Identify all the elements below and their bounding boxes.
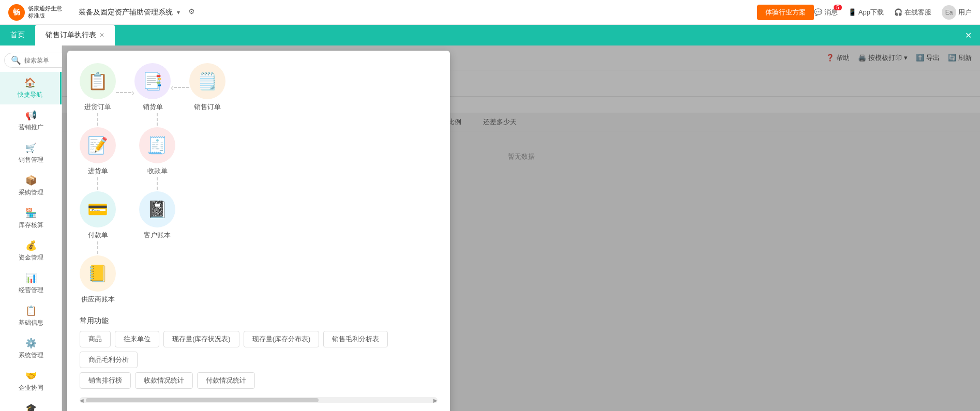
sales-icon: 🛒 bbox=[25, 142, 37, 154]
flow-item-purchase-bill[interactable]: 📝 进货单 bbox=[80, 127, 116, 176]
sidebar-item-label: 系统管理 bbox=[19, 351, 43, 360]
sidebar-item-label: 销售管理 bbox=[19, 156, 43, 164]
h-arrow-1: › bbox=[116, 74, 134, 111]
btn-sales-ranking[interactable]: 销售排行榜 bbox=[80, 372, 131, 389]
main-layout: 🔍 🏠 快捷导航 📢 营销推广 🛒 销售管理 📦 采购管理 🏪 库存核算 💰 资… bbox=[0, 45, 980, 411]
scroll-left-button[interactable]: ◀ bbox=[80, 398, 84, 403]
app-download-button[interactable]: 📱 App下载 bbox=[848, 8, 884, 17]
btn-sales-profit-analysis[interactable]: 销售毛利分析表 bbox=[323, 331, 388, 347]
purchase-order-circle: 📋 bbox=[80, 63, 116, 99]
purchase-order-label: 进货订单 bbox=[84, 102, 111, 112]
sales-bill-circle: 📑 bbox=[134, 63, 171, 99]
common-buttons-row-2: 销售排行榜 收款情况统计 付款情况统计 bbox=[80, 372, 438, 389]
sidebar-item-finance[interactable]: 💰 资金管理 bbox=[0, 235, 62, 267]
common-functions-title: 常用功能 bbox=[80, 316, 438, 326]
supplier-account-label: 供应商账本 bbox=[81, 295, 115, 304]
flow-item-sales-order[interactable]: 🗒️ 销售订单 bbox=[189, 63, 225, 112]
receipt-bill-circle: 🧾 bbox=[139, 127, 175, 163]
search-icon: 🔍 bbox=[11, 55, 21, 65]
supplier-account-circle: 📒 bbox=[80, 255, 116, 292]
sidebar-item-system[interactable]: ⚙️ 系统管理 bbox=[0, 332, 62, 365]
popup-scrollbar[interactable]: ◀ ▶ bbox=[80, 397, 438, 403]
tab-home[interactable]: 首页 bbox=[0, 25, 35, 45]
flow-item-supplier-account[interactable]: 📒 供应商账本 bbox=[80, 255, 116, 304]
operations-icon: 📊 bbox=[25, 272, 37, 284]
system-dropdown-button[interactable]: ▾ bbox=[177, 9, 180, 16]
online-service-button[interactable]: 🎧 在线客服 bbox=[894, 8, 931, 17]
popup-overlay[interactable]: 📋 进货订单 📝 进货单 bbox=[62, 45, 980, 411]
tab-close-icon[interactable]: ✕ bbox=[99, 32, 104, 39]
sidebar-item-label: 采购管理 bbox=[19, 188, 43, 197]
close-all-tabs-icon[interactable]: ✕ bbox=[965, 31, 972, 40]
user-menu-button[interactable]: Ea 用户 bbox=[942, 5, 972, 20]
scrollbar-thumb[interactable] bbox=[86, 398, 319, 402]
finance-icon: 💰 bbox=[25, 240, 37, 251]
sales-order-tab-label: 销售订单执行表 bbox=[46, 31, 96, 40]
top-header: 畅 畅康通好生意 标准版 装备及固定资产辅助管理系统 ▾ ⚙ 体验行业方案 💬 … bbox=[0, 0, 980, 25]
download-icon: 📱 bbox=[848, 8, 856, 16]
sidebar-item-purchase[interactable]: 📦 采购管理 bbox=[0, 170, 62, 202]
btn-counterparty[interactable]: 往来单位 bbox=[115, 331, 159, 347]
sidebar-item-sales[interactable]: 🛒 销售管理 bbox=[0, 137, 62, 170]
h-arrow-2: ‹ bbox=[171, 69, 189, 105]
logo-area: 畅 畅康通好生意 标准版 bbox=[8, 4, 70, 21]
message-badge: 5 bbox=[834, 5, 842, 10]
sales-order-label: 销售订单 bbox=[194, 102, 221, 112]
purchase-bill-label: 进货单 bbox=[88, 166, 108, 176]
btn-product[interactable]: 商品 bbox=[80, 331, 111, 347]
down-arrow-3 bbox=[97, 240, 98, 255]
sidebar-item-label: 快捷导航 bbox=[18, 90, 42, 99]
sidebar-item-label: 资金管理 bbox=[19, 253, 43, 262]
system-icon: ⚙️ bbox=[25, 338, 37, 349]
sidebar-item-marketing[interactable]: 📢 营销推广 bbox=[0, 104, 62, 137]
sidebar-item-basic-info[interactable]: 📋 基础信息 bbox=[0, 300, 62, 332]
btn-receipt-stats[interactable]: 收款情况统计 bbox=[135, 372, 193, 389]
sidebar-item-quick-nav[interactable]: 🏠 快捷导航 bbox=[0, 72, 62, 104]
btn-payment-stats[interactable]: 付款情况统计 bbox=[197, 372, 255, 389]
common-buttons-row-1: 商品 往来单位 现存量(库存状况表) 现存量(库存分布表) 销售毛利分析表 商品… bbox=[80, 331, 438, 368]
sidebar-item-operations[interactable]: 📊 经营管理 bbox=[0, 267, 62, 300]
sidebar-item-label: 企业协同 bbox=[19, 384, 43, 392]
flow-item-receipt-bill[interactable]: 🧾 收款单 bbox=[139, 127, 175, 176]
header-right: 💬 消息 5 📱 App下载 🎧 在线客服 Ea 用户 bbox=[814, 5, 972, 20]
tab-sales-order-exec[interactable]: 销售订单执行表 ✕ bbox=[35, 25, 115, 45]
flow-item-customer-account[interactable]: 📓 客户账本 bbox=[139, 191, 175, 240]
settings-icon[interactable]: ⚙ bbox=[188, 7, 199, 18]
sidebar-item-label: 营销推广 bbox=[19, 123, 43, 132]
purchase-bill-circle: 📝 bbox=[80, 127, 116, 163]
down-arrow-4 bbox=[157, 112, 158, 127]
sidebar-item-label: 库存核算 bbox=[19, 221, 43, 230]
message-icon: 💬 bbox=[814, 8, 822, 16]
basic-info-icon: 📋 bbox=[25, 305, 37, 316]
sidebar-item-label: 经营管理 bbox=[19, 286, 43, 295]
btn-current-stock-dist[interactable]: 现存量(库存分布表) bbox=[244, 331, 320, 347]
home-tab-label: 首页 bbox=[10, 31, 25, 40]
payment-bill-label: 付款单 bbox=[88, 231, 108, 240]
sidebar-item-label: 基础信息 bbox=[19, 318, 43, 327]
sidebar-item-enterprise[interactable]: 🤝 企业协同 bbox=[0, 365, 62, 398]
scroll-right-button[interactable]: ▶ bbox=[433, 398, 438, 403]
sidebar: 🔍 🏠 快捷导航 📢 营销推广 🛒 销售管理 📦 采购管理 🏪 库存核算 💰 资… bbox=[0, 45, 62, 411]
sidebar-item-newbie[interactable]: 🎓 新手引导 bbox=[0, 398, 62, 411]
content-area: ❓ 帮助 🖨️ 按模板打印 ▾ ⬆️ 导出 🔄 刷新 bbox=[62, 45, 980, 411]
flow-item-payment-bill[interactable]: 💳 付款单 bbox=[80, 191, 116, 240]
avatar: Ea bbox=[942, 5, 956, 20]
customer-account-label: 客户账本 bbox=[144, 231, 171, 240]
down-arrow-5 bbox=[157, 176, 158, 191]
btn-current-stock-status[interactable]: 现存量(库存状况表) bbox=[163, 331, 239, 347]
message-button[interactable]: 💬 消息 5 bbox=[814, 8, 838, 17]
sales-bill-label: 销货单 bbox=[143, 102, 163, 112]
popup-box: 📋 进货订单 📝 进货单 bbox=[67, 51, 450, 411]
flow-item-purchase-order[interactable]: 📋 进货订单 bbox=[80, 63, 116, 112]
try-industry-button[interactable]: 体验行业方案 bbox=[757, 5, 814, 20]
flow-item-sales-bill[interactable]: 📑 销货单 bbox=[134, 63, 171, 112]
logo-icon: 畅 bbox=[8, 4, 25, 21]
logo-text: 畅康通好生意 标准版 bbox=[28, 5, 62, 19]
btn-product-profit-analysis[interactable]: 商品毛利分析 bbox=[80, 352, 138, 368]
system-title-text: 装备及固定资产辅助管理系统 bbox=[79, 8, 173, 17]
customer-account-circle: 📓 bbox=[139, 191, 175, 227]
sidebar-item-inventory[interactable]: 🏪 库存核算 bbox=[0, 202, 62, 235]
receipt-bill-label: 收款单 bbox=[147, 166, 168, 176]
flow-diagram: 📋 进货订单 📝 进货单 bbox=[80, 63, 438, 304]
payment-bill-circle: 💳 bbox=[80, 191, 116, 227]
